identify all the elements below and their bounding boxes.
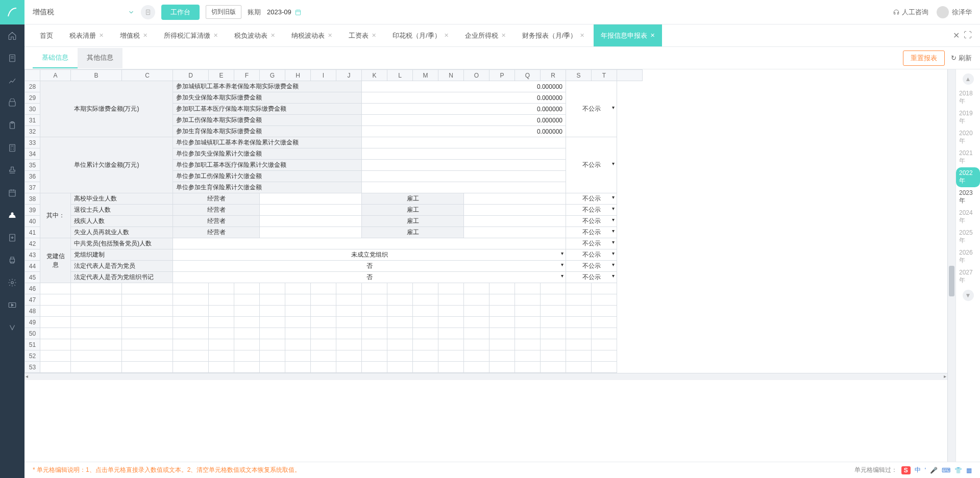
empty-cell[interactable] [387, 328, 413, 339]
empty-cell[interactable] [566, 350, 592, 362]
cell-value[interactable] [464, 205, 566, 216]
empty-cell[interactable] [438, 339, 464, 350]
empty-cell[interactable] [362, 294, 387, 306]
empty-cell[interactable] [362, 317, 387, 328]
col-header[interactable]: A [40, 70, 71, 81]
col-header[interactable]: R [541, 70, 566, 81]
empty-cell[interactable] [592, 283, 617, 294]
empty-cell[interactable] [71, 328, 122, 339]
empty-cell[interactable] [209, 317, 234, 328]
empty-cell[interactable] [336, 362, 362, 373]
publish-dropdown[interactable]: 不公示 [566, 261, 617, 272]
tab-5[interactable]: 纳税波动表✕ [284, 24, 339, 47]
empty-cell[interactable] [234, 306, 260, 317]
col-header[interactable]: B [71, 70, 122, 81]
year-2021年[interactable]: 2021年 [956, 147, 980, 167]
cell-value[interactable] [362, 182, 566, 193]
empty-cell[interactable] [285, 339, 311, 350]
empty-cell[interactable] [40, 362, 71, 373]
col-header[interactable]: G [260, 70, 285, 81]
nav-v-icon[interactable] [7, 322, 17, 333]
empty-cell[interactable] [489, 339, 515, 350]
col-header[interactable]: C [122, 70, 173, 81]
empty-cell[interactable] [173, 350, 209, 362]
tab-2[interactable]: 增值税✕ [113, 24, 155, 47]
tab-close-icon[interactable]: ✕ [271, 32, 275, 39]
empty-cell[interactable] [362, 328, 387, 339]
empty-cell[interactable] [40, 283, 71, 294]
empty-cell[interactable] [71, 294, 122, 306]
empty-cell[interactable] [336, 283, 362, 294]
empty-cell[interactable] [71, 350, 122, 362]
empty-cell[interactable] [515, 317, 541, 328]
empty-cell[interactable] [464, 362, 489, 373]
empty-cell[interactable] [122, 362, 173, 373]
cell-value[interactable]: 0.000000 [362, 126, 566, 137]
empty-cell[interactable] [387, 294, 413, 306]
empty-cell[interactable] [387, 283, 413, 294]
empty-cell[interactable] [173, 328, 209, 339]
empty-cell[interactable] [566, 339, 592, 350]
empty-cell[interactable] [209, 306, 234, 317]
nav-calendar-icon[interactable] [7, 188, 17, 198]
empty-cell[interactable] [515, 350, 541, 362]
col-header[interactable]: T [592, 70, 617, 81]
reset-report-button[interactable]: 重置报表 [903, 51, 945, 66]
col-header[interactable]: J [336, 70, 362, 81]
period-picker[interactable]: 2023-09 [267, 8, 302, 16]
publish-dropdown[interactable]: 不公示 [566, 238, 617, 249]
empty-cell[interactable] [541, 350, 566, 362]
refresh-button[interactable]: ↻ 刷新 [951, 54, 972, 63]
col-header[interactable]: E [209, 70, 234, 81]
empty-cell[interactable] [566, 328, 592, 339]
cell-value[interactable] [464, 227, 566, 238]
empty-cell[interactable] [387, 350, 413, 362]
year-2024年[interactable]: 2024年 [956, 207, 980, 227]
year-2023年[interactable]: 2023年 [956, 187, 980, 207]
empty-cell[interactable] [122, 339, 173, 350]
empty-cell[interactable] [122, 294, 173, 306]
tab-close-icon[interactable]: ✕ [328, 32, 332, 39]
empty-cell[interactable] [362, 339, 387, 350]
nav-report-icon[interactable] [7, 210, 17, 220]
col-header[interactable]: D [173, 70, 209, 81]
empty-cell[interactable] [311, 328, 336, 339]
empty-cell[interactable] [285, 350, 311, 362]
col-header[interactable]: N [438, 70, 464, 81]
empty-cell[interactable] [336, 317, 362, 328]
publish-dropdown[interactable]: 不公示 [566, 205, 617, 216]
cell-value[interactable] [362, 160, 566, 171]
empty-cell[interactable] [173, 306, 209, 317]
empty-cell[interactable] [71, 283, 122, 294]
nav-print-icon[interactable] [7, 255, 17, 265]
empty-cell[interactable] [438, 317, 464, 328]
empty-cell[interactable] [438, 283, 464, 294]
publish-dropdown[interactable]: 不公示 [566, 227, 617, 238]
empty-cell[interactable] [438, 294, 464, 306]
cell-value[interactable] [362, 148, 566, 160]
empty-cell[interactable] [209, 339, 234, 350]
nav-bag-icon[interactable] [7, 98, 17, 108]
empty-cell[interactable] [541, 339, 566, 350]
empty-cell[interactable] [234, 328, 260, 339]
col-header[interactable]: H [285, 70, 311, 81]
empty-cell[interactable] [413, 294, 438, 306]
empty-cell[interactable] [209, 362, 234, 373]
empty-cell[interactable] [387, 306, 413, 317]
empty-cell[interactable] [122, 306, 173, 317]
empty-cell[interactable] [566, 283, 592, 294]
empty-cell[interactable] [336, 350, 362, 362]
cell-value[interactable]: 否 [173, 272, 566, 283]
nav-doc-icon[interactable] [7, 53, 17, 63]
empty-cell[interactable] [40, 350, 71, 362]
empty-cell[interactable] [311, 283, 336, 294]
empty-cell[interactable] [285, 294, 311, 306]
cell-value[interactable] [362, 137, 566, 148]
empty-cell[interactable] [362, 283, 387, 294]
year-2026年[interactable]: 2026年 [956, 247, 980, 267]
tab-close-icon[interactable]: ✕ [143, 32, 148, 39]
empty-cell[interactable] [311, 294, 336, 306]
empty-cell[interactable] [71, 317, 122, 328]
tab-close-icon[interactable]: ✕ [501, 32, 506, 39]
empty-cell[interactable] [173, 362, 209, 373]
